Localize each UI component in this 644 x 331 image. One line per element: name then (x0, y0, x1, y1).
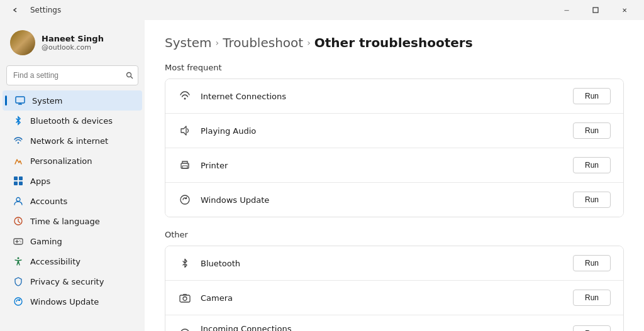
item-info: Printer (201, 161, 228, 170)
svg-point-6 (18, 142, 19, 143)
bluetooth-icon (13, 115, 24, 126)
search-input[interactable] (6, 65, 138, 85)
minimize-button[interactable]: ─ (552, 0, 581, 20)
user-email: @outlook.com (42, 43, 104, 52)
most-frequent-list: Internet Connections Run Playing Audio R… (165, 79, 624, 217)
sidebar-label-network: Network & internet (30, 136, 108, 146)
sidebar-label-bluetooth: Bluetooth & devices (30, 116, 113, 126)
sidebar-item-personalization[interactable]: Personalization (3, 151, 142, 171)
breadcrumb-sep1: › (216, 38, 219, 48)
gaming-icon (13, 236, 24, 247)
printer-icon (178, 158, 192, 172)
sidebar-item-apps[interactable]: Apps (3, 171, 142, 191)
title-bar: Settings ─ ✕ (0, 0, 644, 20)
svg-rect-3 (16, 97, 25, 103)
accounts-icon (13, 195, 24, 207)
list-item: Bluetooth Run (165, 246, 623, 281)
sidebar-item-system[interactable]: System (3, 90, 142, 111)
list-item: Internet Connections Run (165, 79, 623, 114)
run-incoming-button[interactable]: Run (573, 325, 611, 331)
privacy-icon (13, 276, 24, 287)
run-camera-button[interactable]: Run (573, 290, 611, 306)
item-info: Bluetooth (201, 259, 240, 268)
item-name: Internet Connections (201, 92, 286, 101)
item-info: Playing Audio (201, 126, 256, 136)
svg-line-2 (131, 77, 133, 79)
svg-point-20 (184, 98, 186, 100)
svg-point-1 (127, 73, 131, 77)
item-left: Camera (178, 291, 233, 305)
item-left: Incoming Connections Find and fix proble… (178, 324, 484, 331)
sidebar-label-system: System (32, 96, 62, 106)
breadcrumb: System › Troubleshoot › Other troublesho… (165, 35, 624, 50)
item-left: Internet Connections (178, 89, 286, 103)
sidebar-item-network[interactable]: Network & internet (3, 131, 142, 151)
item-name: Bluetooth (201, 259, 240, 268)
search-icon (126, 72, 133, 79)
item-left: Printer (178, 158, 228, 172)
sidebar-label-accounts: Accounts (30, 197, 67, 206)
personalization-icon (13, 155, 24, 166)
list-item: Playing Audio Run (165, 114, 623, 148)
maximize-button[interactable] (581, 0, 610, 20)
svg-rect-26 (180, 295, 190, 302)
window-controls: ─ ✕ (552, 0, 639, 20)
svg-point-11 (16, 198, 20, 202)
user-info: Haneet Singh @outlook.com (42, 34, 104, 52)
sidebar-item-gaming[interactable]: Gaming (3, 231, 142, 251)
app-title: Settings (30, 6, 61, 14)
network-icon (13, 135, 24, 146)
item-left: Windows Update (178, 193, 269, 207)
item-name: Printer (201, 161, 228, 170)
other-list: Bluetooth Run Camera Run (165, 246, 624, 331)
sidebar-label-time: Time & language (30, 217, 100, 226)
item-info: Camera (201, 293, 233, 303)
most-frequent-label: Most frequent (165, 63, 624, 72)
sidebar-label-accessibility: Accessibility (30, 257, 80, 266)
svg-point-27 (183, 297, 187, 301)
internet-icon (178, 89, 192, 103)
wupdate-icon (178, 193, 192, 207)
list-item: Incoming Connections Find and fix proble… (165, 315, 623, 331)
avatar (10, 30, 35, 55)
system-icon (14, 95, 26, 106)
item-name: Playing Audio (201, 126, 256, 136)
svg-point-18 (18, 258, 19, 259)
svg-point-19 (14, 298, 22, 305)
sidebar-item-privacy[interactable]: Privacy & security (3, 271, 142, 291)
svg-point-24 (187, 165, 189, 166)
windowsupdate-icon (13, 296, 24, 307)
user-profile: Haneet Singh @outlook.com (0, 25, 145, 65)
run-wupdate-button[interactable]: Run (573, 192, 611, 208)
back-button[interactable] (5, 0, 25, 20)
title-bar-left: Settings (5, 0, 61, 20)
svg-point-25 (180, 195, 189, 204)
search-box[interactable] (6, 65, 138, 85)
breadcrumb-troubleshoot[interactable]: Troubleshoot (223, 35, 303, 50)
bluetooth-other-icon (178, 256, 192, 270)
item-left: Playing Audio (178, 124, 256, 138)
sidebar-item-time[interactable]: Time & language (3, 211, 142, 231)
sidebar-item-bluetooth[interactable]: Bluetooth & devices (3, 111, 142, 131)
sidebar-item-accessibility[interactable]: Accessibility (3, 251, 142, 271)
run-internet-button[interactable]: Run (573, 88, 611, 104)
accessibility-icon (13, 256, 24, 267)
svg-rect-0 (593, 8, 598, 13)
list-item: Printer Run (165, 148, 623, 183)
close-button[interactable]: ✕ (610, 0, 639, 20)
list-item: Windows Update Run (165, 183, 623, 217)
list-item: Camera Run (165, 281, 623, 315)
item-left: Bluetooth (178, 256, 240, 270)
svg-rect-8 (19, 176, 23, 180)
svg-point-16 (19, 241, 20, 241)
svg-rect-7 (14, 176, 18, 180)
run-audio-button[interactable]: Run (573, 122, 611, 139)
run-bluetooth-button[interactable]: Run (573, 255, 611, 271)
breadcrumb-system[interactable]: System (165, 35, 212, 50)
sidebar-item-windowsupdate[interactable]: Windows Update (3, 291, 142, 312)
svg-marker-21 (181, 126, 186, 135)
run-printer-button[interactable]: Run (573, 157, 611, 173)
breadcrumb-current: Other troubleshooters (314, 35, 473, 50)
user-name: Haneet Singh (42, 34, 104, 43)
sidebar-item-accounts[interactable]: Accounts (3, 191, 142, 211)
